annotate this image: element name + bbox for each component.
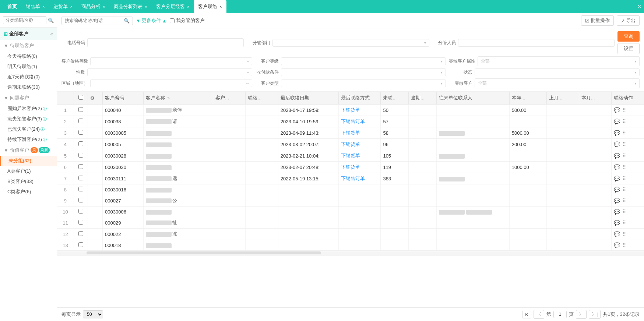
contact-icon[interactable]: 💬	[614, 141, 620, 147]
sidebar-item-7days-pending[interactable]: 近7天待联络(0)	[0, 72, 57, 82]
sidebar-item-a-class[interactable]: A类客户(1)	[0, 166, 57, 176]
more-action-icon[interactable]: ⠿	[622, 130, 626, 136]
last-page-button[interactable]: 〉|	[589, 310, 601, 319]
name-sort-icon[interactable]: ⇅	[167, 96, 170, 100]
row-checkbox[interactable]	[78, 164, 83, 169]
row-checkbox[interactable]	[78, 153, 83, 158]
more-action-icon[interactable]: ⠿	[622, 164, 626, 170]
contact-icon[interactable]: 💬	[614, 220, 620, 226]
payment-select[interactable]: ▾	[281, 68, 446, 76]
dept-select[interactable]: ▾	[272, 39, 429, 47]
last-method-link[interactable]: 下销货单	[341, 164, 360, 170]
row-checkbox[interactable]	[78, 141, 83, 146]
sidebar-item-c-class[interactable]: C类客户(6)	[0, 187, 57, 197]
close-goods-analysis-tab[interactable]: ×	[103, 4, 105, 9]
sidebar-item-today-pending[interactable]: 今天待联络(0)	[0, 51, 57, 61]
contact-icon[interactable]: 💬	[614, 119, 620, 124]
more-action-icon[interactable]: ⠿	[622, 220, 626, 226]
page-number-input[interactable]	[553, 311, 567, 318]
last-method-link[interactable]: 下销货单	[341, 107, 360, 113]
reset-button[interactable]: 设置	[617, 43, 640, 54]
tab-goods-analysis[interactable]: 商品分析 ×	[77, 0, 109, 13]
sidebar-item-tomorrow-pending[interactable]: 明天待联络(1)	[0, 61, 57, 72]
sidebar-item-ungroup[interactable]: 未分组(32)	[0, 156, 57, 166]
more-action-icon[interactable]: ⠿	[622, 198, 626, 204]
contact-icon[interactable]: 💬	[614, 164, 620, 170]
query-button[interactable]: 查询	[617, 31, 640, 42]
contact-icon[interactable]: 💬	[614, 198, 620, 204]
sidebar-item-declining[interactable]: 持续下滑客户(2) ⓘ	[0, 134, 57, 145]
status-select[interactable]: ▾	[475, 68, 640, 76]
sidebar-section-problem[interactable]: ▼ 问题客户	[0, 92, 57, 103]
search-icon[interactable]: 🔍	[124, 18, 130, 24]
customer-type-select[interactable]: ▾	[281, 80, 446, 87]
region-select[interactable]: ···	[90, 80, 252, 87]
tab-sales[interactable]: 销售单 ×	[21, 0, 49, 13]
last-method-link[interactable]: 下销售订单	[341, 176, 365, 181]
sidebar-item-overdue-pending[interactable]: 逾期未联络(30)	[0, 82, 57, 92]
search-input[interactable]	[65, 18, 124, 23]
scrollbar-thumb[interactable]	[87, 251, 321, 254]
close-contact-tab[interactable]: ×	[219, 4, 222, 9]
row-checkbox[interactable]	[78, 187, 83, 191]
sidebar-collapse-icon[interactable]: «	[50, 31, 53, 37]
retail-select[interactable]: 全部 ▾	[475, 78, 640, 88]
more-action-icon[interactable]: ⠿	[622, 119, 626, 124]
close-all-button[interactable]: ×	[638, 3, 641, 10]
retail-attr-select[interactable]: 全部 ▾	[478, 56, 640, 66]
contact-icon[interactable]: 💬	[614, 153, 620, 159]
tab-customer-contact[interactable]: 客户联络 ×	[194, 0, 226, 13]
next-page-button[interactable]: 〉	[576, 310, 587, 319]
customer-level-select[interactable]: ▾	[281, 57, 446, 65]
close-goods-list-tab[interactable]: ×	[145, 4, 147, 9]
more-conditions-button[interactable]: ▼ 更多条件 ▲	[136, 17, 167, 24]
price-level-select[interactable]: ▾	[90, 57, 252, 65]
my-customers-check-input[interactable]	[170, 18, 175, 23]
row-checkbox[interactable]	[78, 220, 83, 225]
row-checkbox[interactable]	[78, 231, 83, 236]
last-method-link[interactable]: 下销售订单	[341, 119, 365, 124]
sidebar-item-churned[interactable]: 已流失客户(24) ⓘ	[0, 124, 57, 134]
settings-icon[interactable]: ⚙	[90, 95, 95, 101]
row-checkbox[interactable]	[78, 242, 83, 247]
more-action-icon[interactable]: ⠿	[622, 242, 626, 248]
th-settings[interactable]: ⚙	[88, 92, 102, 105]
row-checkbox[interactable]	[78, 198, 83, 202]
contact-icon[interactable]: 💬	[614, 209, 620, 215]
tab-purchase[interactable]: 进货单 ×	[49, 0, 77, 13]
more-action-icon[interactable]: ⠿	[622, 176, 626, 181]
batch-operation-button[interactable]: ☑ 批量操作	[581, 15, 614, 26]
horizontal-scrollbar[interactable]	[57, 251, 644, 256]
tab-goods-analysis-list[interactable]: 商品分析列表 ×	[109, 0, 151, 13]
last-method-link[interactable]: 下销货单	[341, 141, 360, 147]
export-button[interactable]: ↗ 导出	[617, 15, 640, 26]
sidebar-section-value[interactable]: ▼ 价值客户 刷 刷新	[0, 145, 57, 156]
sidebar-item-b-class[interactable]: B类客户(33)	[0, 176, 57, 187]
row-checkbox[interactable]	[78, 209, 83, 214]
close-sales-tab[interactable]: ×	[42, 4, 45, 9]
sidebar-item-churn-warning[interactable]: 流失预警客户(3) ⓘ	[0, 114, 57, 124]
row-checkbox[interactable]	[78, 176, 83, 180]
sidebar-all-customers[interactable]: ⊞ 全部客户 «	[0, 28, 57, 40]
row-checkbox[interactable]	[78, 119, 83, 123]
page-size-select[interactable]: 50 100 200	[83, 310, 103, 318]
row-checkbox[interactable]	[78, 107, 83, 112]
sidebar-search-icon[interactable]: 🔍	[48, 18, 54, 23]
contact-icon[interactable]: 💬	[614, 187, 620, 193]
contact-icon[interactable]: 💬	[614, 130, 620, 136]
tab-home[interactable]: 首页	[3, 0, 21, 13]
tab-customer-segment[interactable]: 客户分层经客 ×	[152, 0, 194, 13]
close-segment-tab[interactable]: ×	[187, 4, 189, 9]
refresh-badge[interactable]: 刷新	[39, 147, 50, 153]
sidebar-search-input[interactable]	[3, 16, 46, 24]
more-action-icon[interactable]: ⠿	[622, 153, 626, 159]
more-action-icon[interactable]: ⠿	[622, 187, 626, 193]
more-action-icon[interactable]: ⠿	[622, 231, 626, 237]
last-method-link[interactable]: 下销货单	[341, 130, 360, 135]
close-purchase-tab[interactable]: ×	[70, 4, 72, 9]
contact-icon[interactable]: 💬	[614, 231, 620, 237]
phone-input[interactable]	[87, 38, 244, 47]
sidebar-section-pending[interactable]: ▼ 待联络客户	[0, 40, 57, 51]
my-customers-checkbox[interactable]: 我分管的客户	[170, 17, 205, 24]
more-action-icon[interactable]: ⠿	[622, 107, 626, 113]
